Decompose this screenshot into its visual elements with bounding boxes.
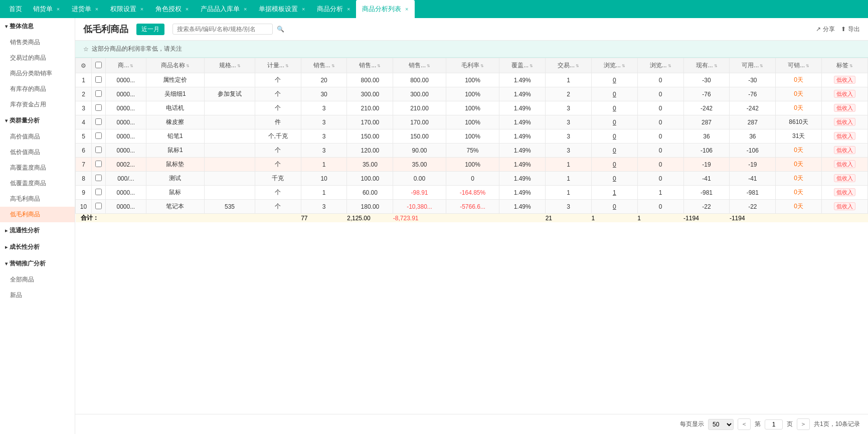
sidebar-group-marketing[interactable]: ▾ 营销推广分析	[0, 255, 75, 272]
row-sales-profit: 150.00	[393, 129, 446, 143]
export-button[interactable]: ⬆ 导出	[841, 25, 860, 34]
sidebar-item-sales-products[interactable]: 销售类商品	[0, 35, 75, 50]
close-icon[interactable]: ×	[186, 6, 189, 12]
table-row: 10 0000... 笔记本 535 个 3 180.00 -10,380...…	[76, 200, 868, 214]
row-views1[interactable]: 1	[591, 186, 637, 200]
page-input[interactable]	[765, 419, 783, 429]
col-unit[interactable]: 计量...⇅	[255, 58, 301, 73]
sidebar-item-high-value[interactable]: 高价值商品	[0, 129, 75, 144]
row-checkbox[interactable]	[92, 143, 106, 158]
row-views1[interactable]: 0	[591, 101, 637, 115]
nav-item-sales[interactable]: 销货单 ×	[27, 0, 66, 18]
col-spec[interactable]: 规格...⇅	[205, 58, 255, 73]
nav-item-analysis-list[interactable]: 商品分析列表 ×	[356, 0, 414, 18]
filter-recent-month-button[interactable]: 近一月	[136, 24, 164, 35]
row-checkbox[interactable]	[92, 158, 106, 172]
row-transactions: 2	[546, 87, 592, 101]
row-checkbox[interactable]	[92, 115, 106, 129]
sidebar-item-stock-products[interactable]: 有库存的商品	[0, 81, 75, 97]
sidebar-item-capital-usage[interactable]: 库存资金占用	[0, 97, 75, 112]
col-sales-count[interactable]: 销售...⇅	[301, 58, 347, 73]
nav-item-home[interactable]: 首页	[4, 0, 27, 18]
nav-item-product-entry[interactable]: 产品品入库单 ×	[195, 0, 253, 18]
close-icon[interactable]: ×	[244, 6, 247, 12]
row-checkbox[interactable]	[92, 186, 106, 200]
row-views1[interactable]: 0	[591, 158, 637, 172]
per-page-select[interactable]: 50 20 100	[708, 419, 734, 430]
row-sales-amount: 210.00	[347, 101, 393, 115]
row-views1[interactable]: 0	[591, 143, 637, 158]
row-transactions: 3	[546, 129, 592, 143]
close-icon[interactable]: ×	[57, 6, 60, 12]
nav-item-template-settings[interactable]: 单据模板设置 ×	[253, 0, 311, 18]
table-row: 6 0000... 鼠标1 个 3 120.00 90.00 75% 1.49%…	[76, 143, 868, 158]
sidebar-item-high-margin[interactable]: 高毛利商品	[0, 191, 75, 207]
close-icon[interactable]: ×	[405, 6, 408, 12]
row-views1[interactable]: 0	[591, 73, 637, 87]
close-icon[interactable]: ×	[347, 6, 350, 12]
nav-item-purchase[interactable]: 进货单 ×	[66, 0, 104, 18]
row-checkbox[interactable]	[92, 129, 106, 143]
row-coverage: 1.49%	[499, 87, 546, 101]
row-views1[interactable]: 0	[591, 200, 637, 214]
sidebar-group-flow[interactable]: ▸ 流通性分析	[0, 222, 75, 239]
share-button[interactable]: ↗ 分享	[816, 25, 835, 34]
select-all-checkbox[interactable]	[95, 62, 102, 68]
col-sales-amount[interactable]: 销售...⇅	[347, 58, 393, 73]
row-gross-margin: 100%	[446, 73, 499, 87]
col-coverage[interactable]: 覆盖...⇅	[499, 58, 546, 73]
col-checkbox[interactable]	[92, 58, 106, 73]
col-tag[interactable]: 标签⇅	[822, 58, 868, 73]
col-transactions[interactable]: 交易...⇅	[546, 58, 592, 73]
col-code[interactable]: 商...⇅	[106, 58, 146, 73]
row-sales-profit: 210.00	[393, 101, 446, 115]
nav-item-product-analysis[interactable]: 商品分析 ×	[311, 0, 356, 18]
row-views1[interactable]: 0	[591, 172, 637, 186]
row-code: 000/...	[106, 172, 146, 186]
sidebar-item-all-products[interactable]: 全部商品	[0, 272, 75, 287]
close-icon[interactable]: ×	[140, 6, 143, 12]
col-sellable-days[interactable]: 可销...⇅	[776, 58, 822, 73]
next-page-button[interactable]: ＞	[797, 418, 810, 430]
sidebar-group-growth[interactable]: ▸ 成长性分析	[0, 239, 75, 255]
row-checkbox[interactable]	[92, 73, 106, 87]
col-gross-margin[interactable]: 毛利率⇅	[446, 58, 499, 73]
row-current-stock: 36	[683, 129, 730, 143]
sidebar-item-high-coverage[interactable]: 高覆盖度商品	[0, 160, 75, 176]
sidebar-item-new-products[interactable]: 新品	[0, 287, 75, 303]
col-name[interactable]: 商品名称⇅	[146, 58, 205, 73]
col-settings[interactable]: ⚙	[76, 58, 92, 73]
col-available-stock[interactable]: 可用...⇅	[730, 58, 776, 73]
row-views1[interactable]: 0	[591, 115, 637, 129]
nav-item-role-auth[interactable]: 角色授权 ×	[149, 0, 195, 18]
row-views1[interactable]: 0	[591, 87, 637, 101]
col-views1[interactable]: 浏览...⇅	[591, 58, 637, 73]
prev-page-button[interactable]: ＜	[738, 418, 751, 430]
top-nav: 首页 销货单 × 进货单 × 权限设置 × 角色授权 × 产品品入库单 × 单据…	[0, 0, 868, 18]
search-icon[interactable]: 🔍	[277, 26, 284, 33]
sidebar-group-overall[interactable]: ▾ 整体信息	[0, 18, 75, 35]
row-checkbox[interactable]	[92, 101, 106, 115]
sidebar-item-category-rate[interactable]: 商品分类助销率	[0, 66, 75, 81]
sidebar-group-cluster[interactable]: ▾ 类群量分析	[0, 112, 75, 129]
search-input[interactable]	[172, 24, 273, 35]
row-tag: 低收入	[822, 200, 868, 214]
nav-item-permissions[interactable]: 权限设置 ×	[104, 0, 149, 18]
col-sales-profit[interactable]: 销售...⇅	[393, 58, 446, 73]
sidebar-item-low-margin[interactable]: 低毛利商品	[0, 207, 75, 222]
row-checkbox[interactable]	[92, 200, 106, 214]
row-name: 吴细细1	[146, 87, 205, 101]
sidebar-item-traded-products[interactable]: 交易过的商品	[0, 50, 75, 66]
row-spec	[205, 73, 255, 87]
col-current-stock[interactable]: 现有...⇅	[683, 58, 730, 73]
page-label: 第	[755, 420, 761, 428]
sidebar-item-low-value[interactable]: 低价值商品	[0, 144, 75, 160]
row-checkbox[interactable]	[92, 87, 106, 101]
sidebar-item-low-coverage[interactable]: 低覆盖度商品	[0, 176, 75, 191]
col-views2[interactable]: 浏览...⇅	[637, 58, 683, 73]
close-icon[interactable]: ×	[302, 6, 305, 12]
content-header: 低毛利商品 近一月 🔍 ↗ 分享 ⬆ 导出	[75, 18, 868, 41]
row-views1[interactable]: 0	[591, 129, 637, 143]
row-checkbox[interactable]	[92, 172, 106, 186]
close-icon[interactable]: ×	[95, 6, 98, 12]
